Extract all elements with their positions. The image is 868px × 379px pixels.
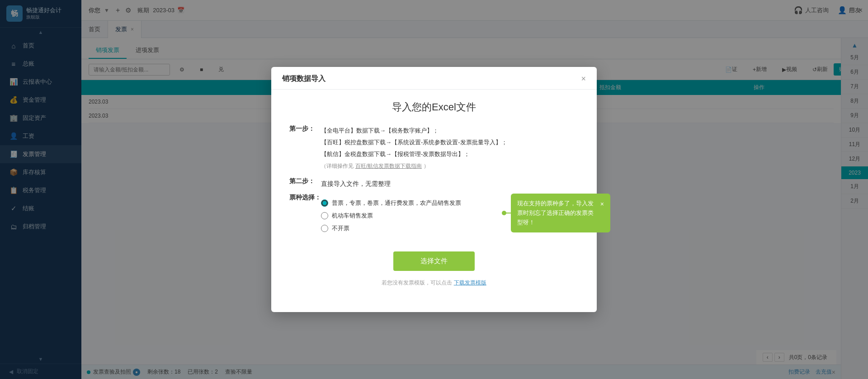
step1-line2: 【百旺】税控盘数据下载→【系统设置-系统参数设置-发票批量导入】； [321, 137, 507, 148]
radio-no-invoice[interactable] [321, 225, 328, 232]
radio-no-invoice-label: 不开票 [332, 224, 349, 232]
step1-hint-suffix: ） [424, 163, 429, 169]
modal-header: 销项数据导入 × [271, 67, 597, 90]
step1-content: 【全电平台】数据下载→【税务数字账户】； 【百旺】税控盘数据下载→【系统设置-系… [321, 125, 507, 172]
step2-label: 第二步： [289, 177, 321, 188]
select-file-btn[interactable]: 选择文件 [393, 251, 475, 271]
modal-overlay: 销项数据导入 × 导入您的Excel文件 第一步： 【全电平台】数据下载→【税务… [0, 0, 868, 379]
modal-footer-prefix: 若您没有发票模版，可以点击 [382, 280, 452, 286]
step1-row: 第一步： 【全电平台】数据下载→【税务数字账户】； 【百旺】税控盘数据下载→【系… [289, 125, 579, 172]
ticket-selection-row: 票种选择： 普票，专票，卷票，通行费发票，农产品销售发票 机动车销售发票 [289, 194, 579, 246]
modal-footer-link[interactable]: 下载发票模版 [454, 280, 486, 286]
modal-body: 导入您的Excel文件 第一步： 【全电平台】数据下载→【税务数字账户】； 【百… [271, 90, 597, 298]
radio-motor-label: 机动车销售发票 [332, 212, 373, 220]
radio-general[interactable] [321, 199, 328, 207]
radio-row-no-invoice: 不开票 [321, 224, 461, 232]
step1-line3: 【航信】金税盘数据下载→【报税管理-发票数据导出】； [321, 148, 507, 160]
radio-row-general: 普票，专票，卷票，通行费发票，农产品销售发票 [321, 199, 461, 207]
tooltip-close-btn[interactable]: × [600, 199, 604, 209]
radio-group: 普票，专票，卷票，通行费发票，农产品销售发票 机动车销售发票 × [321, 199, 461, 237]
tooltip-bubble: × 现在支持的票种多了，导入发票时别忘了选择正确的发票类型呀！ [511, 194, 610, 232]
step1-hint: （详细操作见 百旺/航信发票数据下载指南 ） [321, 160, 507, 172]
radio-row-motor: 机动车销售发票 × 现在支持的票种多了，导入发票时别忘了选择正确的发票类型呀！ [321, 212, 461, 220]
modal-import-title: 导入您的Excel文件 [289, 100, 579, 114]
tooltip-text: 现在支持的票种多了，导入发票时别忘了选择正确的发票类型呀！ [517, 200, 594, 226]
import-modal: 销项数据导入 × 导入您的Excel文件 第一步： 【全电平台】数据下载→【税务… [271, 67, 597, 312]
tooltip-container: × 现在支持的票种多了，导入发票时别忘了选择正确的发票类型呀！ [511, 194, 610, 232]
modal-close-btn[interactable]: × [581, 74, 586, 84]
step2-content: 直接导入文件，无需整理 [321, 177, 391, 188]
step1-line1: 【全电平台】数据下载→【税务数字账户】； [321, 125, 507, 137]
modal-title: 销项数据导入 [282, 74, 326, 84]
radio-general-label: 普票，专票，卷票，通行费发票，农产品销售发票 [332, 199, 461, 207]
radio-motor[interactable] [321, 212, 328, 219]
step2-row: 第二步： 直接导入文件，无需整理 [289, 177, 579, 188]
modal-footer: 若您没有发票模版，可以点击 下载发票模版 [289, 279, 579, 287]
step1-hint-link[interactable]: 百旺/航信发票数据下载指南 [355, 163, 422, 169]
ticket-selection-label: 票种选择： [289, 194, 321, 246]
step1-label: 第一步： [289, 125, 321, 172]
step1-hint-prefix: （详细操作见 [321, 163, 354, 169]
